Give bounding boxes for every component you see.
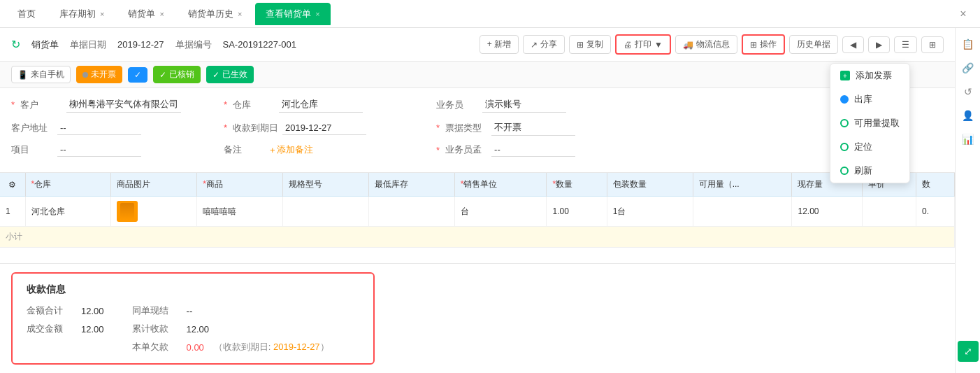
doc-title: 销货单	[31, 38, 59, 51]
new-button[interactable]: + 新增	[480, 35, 519, 54]
employee-value: 演示账号	[482, 97, 566, 113]
copy-icon: ⊞	[577, 40, 584, 50]
ticket-type-value[interactable]: 不开票	[491, 120, 575, 136]
col-image: 商品图片	[111, 173, 197, 197]
share-button[interactable]: ↗ 分享	[523, 35, 565, 54]
already-cancelled-button[interactable]: ✓ 已核销	[153, 66, 201, 83]
col-available: 可用量（...	[693, 173, 792, 197]
project-label: 项目	[11, 143, 53, 156]
add-note-button[interactable]: + 添加备注	[270, 143, 313, 156]
operations-button[interactable]: ⊞ 操作	[742, 34, 785, 55]
history-button[interactable]: 历史单据	[789, 35, 838, 54]
tab-sales-close[interactable]: ×	[159, 10, 164, 18]
items-table: ⚙ *仓库 商品图片 *商品 规格型号 最低库存 *销售单位 *数量 包装数量 …	[0, 173, 955, 248]
add-invoice-label: 添加发票	[856, 69, 892, 82]
status-dot-gray	[82, 72, 88, 78]
col-settings[interactable]: ⚙	[0, 173, 25, 197]
tab-home-label: 首页	[17, 8, 36, 20]
address-value[interactable]: --	[57, 121, 141, 135]
payment-info: 收款信息 金额合计 12.00 成交金额 12.00	[11, 272, 375, 365]
bottom-panel: 收款信息 金额合计 12.00 成交金额 12.00	[0, 264, 955, 373]
refresh-item[interactable]: 刷新	[830, 159, 909, 183]
project-field: 项目 --	[11, 143, 207, 157]
sidebar-icon-link[interactable]: 🔗	[958, 57, 979, 78]
tab-sales[interactable]: 销货单 ×	[117, 3, 174, 25]
tab-view-sales-close[interactable]: ×	[315, 10, 319, 18]
row-available	[693, 197, 792, 227]
warehouse-value[interactable]: 河北仓库	[279, 97, 363, 113]
print-icon: 🖨	[624, 40, 632, 50]
sidebar-icon-refresh[interactable]: ↺	[958, 81, 979, 102]
payment-total-row: 金额合计 12.00	[27, 304, 104, 317]
warehouse-field: * 仓库 河北仓库	[224, 97, 419, 113]
sidebar-icon-doc[interactable]: 📋	[958, 34, 979, 55]
tab-inventory[interactable]: 库存期初 ×	[49, 3, 115, 25]
print-button[interactable]: 🖨 打印 ▼	[615, 34, 671, 55]
payment-settlement-row: 同单现结 --	[132, 304, 329, 317]
main-content: ↻ 销货单 单据日期 2019-12-27 单据编号 SA-20191227-0…	[0, 28, 955, 373]
col-spec: 规格型号	[283, 173, 369, 197]
view-list-button[interactable]: ☰	[894, 36, 917, 53]
customer-required: *	[11, 99, 15, 110]
add-invoice-item[interactable]: + 添加发票	[830, 64, 909, 87]
available-qty-item[interactable]: 可用量提取	[830, 111, 909, 135]
not-open-button[interactable]: 未开票	[76, 66, 122, 83]
logistics-button[interactable]: 🚚 物流信息	[675, 35, 737, 54]
salesperson-value[interactable]: --	[491, 143, 575, 157]
locate-icon	[840, 143, 849, 151]
locate-item[interactable]: 定位	[830, 135, 909, 159]
transaction-label: 成交金额	[27, 323, 75, 335]
form-row-2: 客户地址 -- * 收款到期日 2019-12-27 * 票据类型 不开票	[11, 120, 944, 136]
available-qty-icon	[840, 119, 849, 127]
nav-next-button[interactable]: ▶	[868, 36, 890, 53]
tab-view-sales-label: 查看销货单	[266, 8, 311, 20]
row-spec	[283, 197, 369, 227]
sidebar-icon-user[interactable]: 👤	[958, 105, 979, 126]
payment-cumulative-row: 累计收款 12.00	[132, 323, 329, 335]
nav-prev-button[interactable]: ◀	[842, 36, 864, 53]
tab-inventory-close[interactable]: ×	[100, 10, 104, 18]
ticket-type-field: * 票据类型 不开票	[436, 120, 632, 136]
date-value: 2019-12-27	[117, 39, 164, 50]
already-effective-button[interactable]: ✓ 已生效	[206, 66, 254, 83]
window-close-button[interactable]: ×	[953, 4, 973, 24]
add-invoice-icon: +	[840, 71, 850, 80]
row-product[interactable]: 嘻嘻嘻嘻	[197, 197, 283, 227]
tab-view-sales[interactable]: 查看销货单 ×	[255, 3, 330, 25]
tab-bar: 首页 库存期初 × 销货单 × 销货单历史 × 查看销货单 × ×	[0, 0, 980, 28]
payment-transaction-row: 成交金额 12.00	[27, 323, 104, 335]
tab-home[interactable]: 首页	[7, 3, 46, 25]
row-amount: 0.	[916, 197, 955, 227]
warehouse-label: 仓库	[233, 99, 275, 111]
table-container: ⚙ *仓库 商品图片 *商品 规格型号 最低库存 *销售单位 *数量 包装数量 …	[0, 173, 955, 264]
view-grid-button[interactable]: ⊞	[921, 36, 944, 53]
date-label: 单据日期	[70, 38, 106, 51]
due-date-info: （收款到期日: 2019-12-27）	[214, 341, 329, 353]
check-button[interactable]: ✓	[128, 67, 147, 83]
tab-sales-history[interactable]: 销货单历史 ×	[178, 3, 252, 25]
payment-date-value[interactable]: 2019-12-27	[282, 121, 366, 135]
customer-value[interactable]: 柳州粤港平安气体有限公司	[66, 97, 181, 113]
col-amount: 数	[916, 173, 955, 197]
sidebar-icon-chart[interactable]: 📊	[958, 129, 979, 150]
employee-label: 业务员	[436, 99, 478, 111]
payment-title: 收款信息	[27, 283, 359, 296]
tab-sales-history-close[interactable]: ×	[238, 10, 242, 18]
check-circle-icon: ✓	[159, 70, 166, 80]
transaction-value: 12.00	[81, 324, 104, 335]
row-min-stock	[368, 197, 454, 227]
print-dropdown-icon: ▼	[654, 40, 663, 50]
row-sales-unit: 台	[454, 197, 547, 227]
project-value[interactable]: --	[57, 143, 141, 157]
payment-date-field: * 收款到期日 2019-12-27	[224, 121, 419, 135]
salesperson-label: 业务员孟	[445, 143, 487, 156]
total-label: 金额合计	[27, 304, 75, 317]
payment-arrears-row: 本单欠款 0.00 （收款到期日: 2019-12-27）	[132, 341, 329, 353]
outbound-item[interactable]: 出库	[830, 87, 909, 111]
employee-field: 业务员 演示账号	[436, 97, 632, 113]
col-pack-qty: 包装数量	[607, 173, 693, 197]
outbound-icon	[840, 95, 849, 104]
sidebar-icon-expand[interactable]: ⤢	[958, 341, 979, 362]
copy-button[interactable]: ⊞ 复制	[569, 35, 611, 54]
from-mobile-button[interactable]: 📱 来自手机	[11, 66, 71, 83]
